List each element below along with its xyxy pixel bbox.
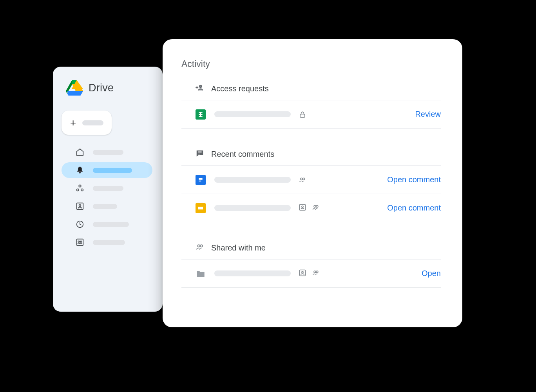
section-label: Recent comments (211, 150, 274, 159)
section-header-access-requests: Access requests (181, 82, 441, 100)
sidebar-item-shared-drives[interactable] (62, 180, 152, 196)
comment-icon (196, 149, 204, 159)
home-icon (76, 148, 84, 156)
svg-point-19 (197, 245, 200, 247)
svg-point-8 (78, 241, 80, 242)
sidebar-item-label-placeholder (93, 222, 129, 227)
svg-point-20 (200, 245, 203, 247)
open-link[interactable]: Open (422, 269, 441, 278)
comment-row[interactable]: Open comment (181, 194, 441, 222)
person-box-icon (299, 203, 306, 213)
svg-point-1 (79, 185, 81, 187)
svg-point-13 (303, 178, 305, 180)
svg-point-17 (314, 205, 316, 207)
shared-row[interactable]: Open (181, 260, 441, 288)
people-icon (312, 203, 320, 213)
svg-point-10 (199, 85, 202, 87)
sidebar-item-label-placeholder (93, 204, 117, 209)
section-label: Shared with me (211, 243, 266, 252)
person-add-icon (196, 83, 204, 94)
slides-icon (196, 203, 206, 213)
new-button[interactable]: + (62, 111, 112, 135)
svg-point-9 (80, 241, 82, 242)
people-icon (299, 176, 306, 184)
svg-point-22 (302, 271, 303, 273)
people-icon (196, 243, 204, 253)
access-request-row[interactable]: Review (181, 100, 441, 129)
section-label: Access requests (211, 84, 269, 93)
lock-icon (299, 111, 306, 118)
file-name-placeholder (214, 111, 291, 117)
sidebar-item-home[interactable] (62, 144, 152, 160)
svg-rect-7 (77, 239, 83, 246)
file-name-placeholder (214, 205, 291, 211)
comment-row[interactable]: Open comment (181, 166, 441, 194)
drive-sidebar: Drive + (53, 67, 163, 312)
svg-point-3 (81, 189, 83, 191)
activity-panel: Activity Access requests Review Recent c… (163, 39, 462, 327)
review-link[interactable]: Review (415, 110, 441, 119)
svg-rect-11 (300, 114, 305, 117)
brand: Drive (53, 67, 163, 96)
brand-name: Drive (89, 82, 114, 94)
section-header-shared-with-me: Shared with me (181, 241, 441, 260)
sidebar-item-label-placeholder (93, 186, 123, 191)
file-name-placeholder (214, 177, 291, 183)
svg-point-24 (316, 271, 318, 273)
new-button-label-placeholder (82, 120, 103, 125)
sidebar-item-label-placeholder (93, 240, 125, 245)
sidebar-item-label-placeholder (93, 150, 123, 155)
section-header-recent-comments: Recent comments (181, 147, 441, 166)
folder-icon (196, 269, 206, 279)
sidebar-item-recent[interactable] (62, 216, 152, 232)
svg-point-16 (302, 206, 303, 207)
workspaces-icon (76, 184, 84, 192)
plus-icon: + (70, 118, 76, 128)
svg-point-12 (301, 178, 302, 180)
svg-point-23 (314, 271, 316, 273)
panel-title: Activity (181, 59, 441, 69)
svg-point-2 (77, 189, 79, 191)
file-name-placeholder (214, 270, 291, 276)
sidebar-nav (53, 144, 163, 250)
sidebar-item-activity[interactable] (62, 162, 152, 178)
svg-point-18 (316, 205, 318, 207)
sidebar-item-contacts[interactable] (62, 234, 152, 250)
sheets-icon (196, 109, 206, 120)
open-comment-link[interactable]: Open comment (387, 175, 441, 184)
drive-logo-icon (66, 80, 83, 96)
open-comment-link[interactable]: Open comment (387, 203, 441, 212)
people-box-icon (76, 238, 84, 247)
person-box-icon (299, 269, 306, 278)
clock-icon (76, 220, 84, 229)
svg-point-5 (79, 205, 81, 207)
sidebar-item-shared-with-me[interactable] (62, 198, 152, 214)
bell-icon (76, 166, 84, 174)
person-box-icon (76, 202, 84, 211)
people-icon (312, 269, 320, 278)
docs-icon (196, 175, 206, 185)
svg-point-0 (79, 172, 81, 174)
sidebar-item-label-placeholder (93, 168, 132, 173)
svg-rect-14 (198, 207, 203, 209)
